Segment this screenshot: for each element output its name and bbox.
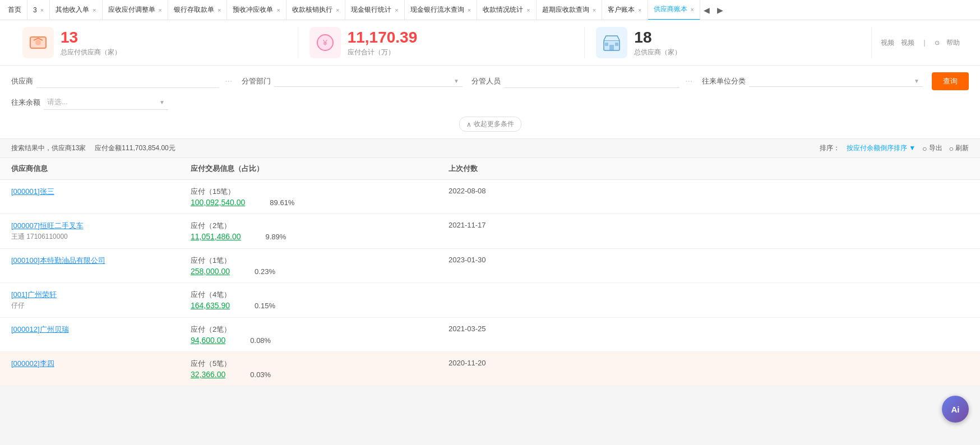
- supplier-link-2[interactable]: [000007]恒旺二手叉车: [11, 221, 191, 231]
- svg-text:¥: ¥: [322, 38, 327, 47]
- table-row[interactable]: [000001]张三 应付（15笔） 100,092,540.00 89.61%…: [0, 180, 980, 214]
- col-header-last-payment: 上次付数: [449, 164, 969, 174]
- transaction-amount-4[interactable]: 164,635.90: [191, 301, 230, 310]
- nav-tab-receipt-verify[interactable]: 收款核销执行 ×: [286, 0, 345, 20]
- svg-rect-6: [605, 43, 608, 46]
- close-tab-cash-bank-stat-icon[interactable]: ×: [395, 7, 398, 13]
- balance-chevron-down-icon: ▼: [159, 99, 165, 105]
- nav-tab-home[interactable]: 首页: [2, 0, 27, 20]
- supplier-link-1[interactable]: [000001]张三: [11, 187, 191, 197]
- transaction-label-1: 应付（15笔）: [191, 187, 449, 197]
- close-tab-other-income-icon[interactable]: ×: [93, 7, 96, 13]
- close-tab-3-icon[interactable]: ×: [40, 7, 44, 13]
- table-row[interactable]: [000007]恒旺二手叉车 王通 17106110000 应付（2笔） 11,…: [0, 214, 980, 249]
- supplier-contact-2: 王通 17106110000: [11, 232, 191, 242]
- total-supplier-number: 18: [634, 28, 681, 47]
- last-payment-2: 2021-11-17: [449, 221, 969, 229]
- supplier-filter-dots[interactable]: ···: [225, 76, 232, 86]
- nav-tab-supplier-account[interactable]: 供应商账本 ×: [648, 0, 700, 20]
- close-tab-prepay-offset-icon[interactable]: ×: [276, 7, 280, 13]
- summary-card-total-suppliers: 18 总供应商（家）: [585, 27, 872, 58]
- close-tab-receipt-verify-icon[interactable]: ×: [336, 7, 339, 13]
- close-tab-customer-account-icon[interactable]: ×: [638, 7, 641, 13]
- nav-tab-overdue-query[interactable]: 超期应收款查询 ×: [537, 0, 602, 20]
- close-tab-payable-adjust-icon[interactable]: ×: [159, 7, 162, 13]
- transaction-info-2: 应付（2笔） 11,051,486.00 9.89%: [191, 221, 449, 241]
- transaction-info-6: 应付（5笔） 32,366.00 0.03%: [191, 359, 449, 379]
- supplier-link-6[interactable]: [000002]李四: [11, 359, 191, 369]
- transaction-amount-1[interactable]: 100,092,540.00: [191, 198, 245, 207]
- nav-tab-receipt-stat[interactable]: 收款情况统计 ×: [477, 0, 536, 20]
- dept-filter-select[interactable]: ▼: [274, 76, 463, 87]
- supplier-link-5[interactable]: [000012]广州贝瑞: [11, 325, 191, 335]
- payable-icon: ¥: [309, 27, 341, 58]
- refresh-button[interactable]: ○ 刷新: [949, 143, 969, 153]
- transaction-info-3: 应付（1笔） 258,000.00 0.23%: [191, 256, 449, 276]
- summary-card-payable: ¥ 11,170.39 应付合计（万）: [298, 27, 585, 58]
- nav-tab-payable-adjust[interactable]: 应收应付调整单 ×: [103, 0, 168, 20]
- col-header-transaction: 应付交易信息（占比）: [191, 164, 449, 174]
- nav-tab-bank-deposit[interactable]: 银行存取款单 ×: [168, 0, 227, 20]
- query-button[interactable]: 查询: [932, 72, 969, 90]
- transaction-amount-3[interactable]: 258,000.00: [191, 267, 230, 276]
- close-tab-bank-deposit-icon[interactable]: ×: [218, 7, 221, 13]
- video-label[interactable]: 视频: [901, 38, 914, 48]
- supplier-contact-4: 仔仔: [11, 301, 191, 310]
- table-header: 供应商信息 应付交易信息（占比） 上次付数: [0, 158, 980, 180]
- table-row[interactable]: [001]广州荣轩 仔仔 应付（4笔） 164,635.90 0.15%: [0, 283, 980, 318]
- transaction-amount-5[interactable]: 94,600.00: [191, 336, 225, 345]
- nav-tab-cash-bank-stat[interactable]: 现金银行统计 ×: [345, 0, 404, 20]
- supplier-info-5: [000012]广州贝瑞: [11, 325, 191, 335]
- video-link[interactable]: 视频: [881, 38, 894, 48]
- filter-area: 供应商 ··· 分管部门 ▼ 分管人员 ··· 往来单位分类 ▼ 查询: [0, 66, 980, 139]
- supplier-count-result: 搜索结果中，供应商13家: [11, 143, 86, 153]
- transaction-percent-6: 0.03%: [250, 370, 271, 379]
- svg-point-1: [35, 40, 41, 45]
- supplier-info-6: [000002]李四: [11, 359, 191, 369]
- transaction-amount-2[interactable]: 11,051,486.00: [191, 232, 241, 241]
- filter-row-1: 供应商 ··· 分管部门 ▼ 分管人员 ··· 往来单位分类 ▼ 查询: [11, 72, 969, 90]
- summary-card-suppliers: 13 总应付供应商（家）: [11, 27, 298, 58]
- nav-tab-other-income[interactable]: 其他收入单 ×: [50, 0, 102, 20]
- filter-row-2: 往来余额 请选... ▼: [11, 95, 969, 110]
- sort-select[interactable]: 按应付余额倒序排序 ▼: [847, 143, 916, 153]
- last-payment-5: 2021-03-25: [449, 325, 969, 333]
- transaction-percent-1: 89.61%: [270, 198, 294, 207]
- table-row[interactable]: [000012]广州贝瑞 应付（2笔） 94,600.00 0.08% 2021…: [0, 318, 980, 352]
- close-tab-overdue-query-icon[interactable]: ×: [593, 7, 596, 13]
- sort-chevron-down-icon: ▼: [909, 144, 916, 152]
- transaction-info-1: 应付（15笔） 100,092,540.00 89.61%: [191, 187, 449, 207]
- close-tab-cash-bank-flow-icon[interactable]: ×: [468, 7, 471, 13]
- filter-category: 往来单位分类 ▼: [702, 76, 923, 87]
- close-tab-receipt-stat-icon[interactable]: ×: [526, 7, 530, 13]
- category-filter-label: 往来单位分类: [702, 76, 746, 86]
- nav-tab-cash-bank-flow[interactable]: 现金银行流水查询 ×: [405, 0, 477, 20]
- supplier-count-label: 总应付供应商（家）: [61, 48, 121, 57]
- collapse-bar: ∧ 收起更多条件: [11, 114, 969, 134]
- supplier-link-3[interactable]: [000100]本特勤油品有限公司: [11, 256, 191, 266]
- top-navigation: 首页 3 × 其他收入单 × 应收应付调整单 × 银行存取款单 × 预收冲应收单…: [0, 0, 980, 20]
- supplier-info-1: [000001]张三: [11, 187, 191, 197]
- refresh-icon: ○: [949, 144, 954, 153]
- nav-tab-customer-account[interactable]: 客户账本 ×: [602, 0, 648, 20]
- table-row[interactable]: [000002]李四 应付（5笔） 32,366.00 0.03% 2020-1…: [0, 352, 980, 386]
- supplier-count-number: 13: [61, 28, 121, 47]
- svg-rect-7: [615, 43, 618, 46]
- table-row[interactable]: [000100]本特勤油品有限公司 应付（1笔） 258,000.00 0.23…: [0, 249, 980, 283]
- nav-right-arrow[interactable]: ▶: [714, 0, 727, 20]
- category-filter-select[interactable]: ▼: [749, 76, 923, 87]
- supplier-filter-input[interactable]: [36, 75, 219, 88]
- person-filter-dots[interactable]: ···: [685, 76, 692, 86]
- balance-filter-select[interactable]: 请选... ▼: [44, 95, 168, 110]
- nav-left-arrow[interactable]: ◀: [700, 0, 714, 20]
- transaction-percent-5: 0.08%: [250, 336, 271, 345]
- nav-tab-3[interactable]: 3 ×: [27, 0, 50, 20]
- export-button[interactable]: ○ 导出: [922, 143, 942, 153]
- supplier-link-4[interactable]: [001]广州荣轩: [11, 290, 191, 300]
- help-label[interactable]: 帮助: [946, 38, 960, 48]
- nav-tab-prepay-offset[interactable]: 预收冲应收单 ×: [227, 0, 286, 20]
- transaction-amount-6[interactable]: 32,366.00: [191, 370, 225, 379]
- collapse-button[interactable]: ∧ 收起更多条件: [459, 117, 521, 132]
- person-filter-input[interactable]: [504, 75, 679, 88]
- close-tab-supplier-account-icon[interactable]: ×: [691, 6, 694, 13]
